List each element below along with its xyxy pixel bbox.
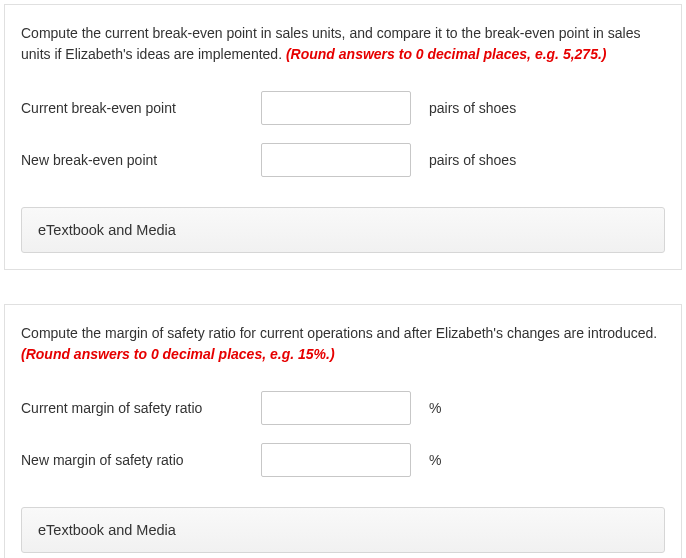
row-current-break-even: Current break-even point pairs of shoes xyxy=(21,91,665,125)
label-new-break-even: New break-even point xyxy=(21,152,261,168)
row-current-margin: Current margin of safety ratio % xyxy=(21,391,665,425)
question-margin-safety: Compute the margin of safety ratio for c… xyxy=(4,304,682,558)
unit-new-break-even: pairs of shoes xyxy=(429,152,516,168)
unit-new-margin: % xyxy=(429,452,441,468)
unit-current-margin: % xyxy=(429,400,441,416)
input-current-margin[interactable] xyxy=(261,391,411,425)
prompt-main: Compute the margin of safety ratio for c… xyxy=(21,325,657,341)
prompt-text: Compute the margin of safety ratio for c… xyxy=(21,323,665,365)
input-new-break-even[interactable] xyxy=(261,143,411,177)
section-gap xyxy=(0,274,686,300)
label-new-margin: New margin of safety ratio xyxy=(21,452,261,468)
row-new-margin: New margin of safety ratio % xyxy=(21,443,665,477)
label-current-break-even: Current break-even point xyxy=(21,100,261,116)
etextbook-and-media-button[interactable]: eTextbook and Media xyxy=(21,207,665,253)
etextbook-and-media-button[interactable]: eTextbook and Media xyxy=(21,507,665,553)
prompt-hint: (Round answers to 0 decimal places, e.g.… xyxy=(286,46,607,62)
input-current-break-even[interactable] xyxy=(261,91,411,125)
unit-current-break-even: pairs of shoes xyxy=(429,100,516,116)
prompt-hint: (Round answers to 0 decimal places, e.g.… xyxy=(21,346,335,362)
prompt-text: Compute the current break-even point in … xyxy=(21,23,665,65)
label-current-margin: Current margin of safety ratio xyxy=(21,400,261,416)
etextbook-label: eTextbook and Media xyxy=(38,222,176,238)
question-break-even: Compute the current break-even point in … xyxy=(4,4,682,270)
etextbook-label: eTextbook and Media xyxy=(38,522,176,538)
input-new-margin[interactable] xyxy=(261,443,411,477)
row-new-break-even: New break-even point pairs of shoes xyxy=(21,143,665,177)
